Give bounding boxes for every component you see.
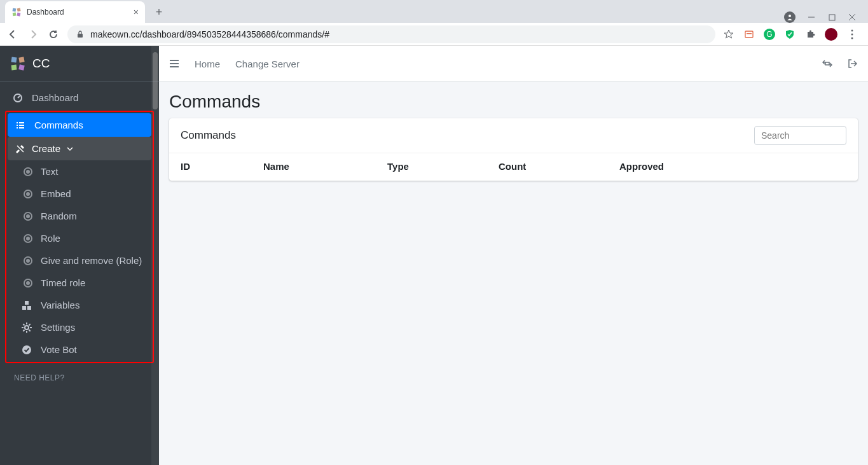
svg-line-39	[29, 324, 31, 325]
sidebar-label: Vote Bot	[41, 344, 77, 355]
logout-icon[interactable]	[848, 59, 858, 69]
th-approved: Approved	[619, 161, 715, 172]
sidebar-item-give-remove-role[interactable]: Give and remove (Role)	[11, 249, 151, 272]
close-window-icon[interactable]	[848, 13, 857, 22]
brand-name: CC	[32, 57, 50, 71]
svg-line-20	[18, 96, 20, 98]
adblock-shield-icon[interactable]	[784, 29, 796, 40]
card-header: Commands	[169, 118, 858, 153]
sidebar-item-create[interactable]: Create	[8, 137, 151, 160]
commands-card: Commands ID Name Type Count Approved	[169, 118, 858, 181]
window-controls	[773, 11, 868, 23]
tab-title: Dashboard	[27, 8, 64, 17]
sidebar-item-timed-role[interactable]: Timed role	[11, 272, 151, 294]
main-content: Home Change Server Commands Commands	[159, 46, 868, 465]
topbar-link-change-server[interactable]: Change Server	[235, 59, 300, 69]
sidebar-scrollbar[interactable]	[151, 46, 159, 465]
gear-icon	[22, 323, 34, 333]
browser-chrome: Dashboard × +	[0, 0, 868, 46]
sidebar-submenu-create: Text Embed Random Role Give and remove (…	[8, 160, 151, 361]
sidebar-item-dashboard[interactable]: Dashboard	[5, 86, 154, 109]
svg-rect-2	[13, 13, 17, 17]
svg-point-14	[851, 37, 853, 39]
bullet-icon	[22, 234, 34, 243]
account-icon[interactable]	[784, 11, 796, 23]
browser-tab[interactable]: Dashboard ×	[5, 1, 145, 23]
hamburger-icon[interactable]	[169, 59, 179, 69]
extension-generic-icon[interactable]	[743, 29, 755, 40]
sidebar-item-settings[interactable]: Settings	[11, 316, 151, 338]
brand[interactable]: CC	[0, 46, 159, 82]
brand-logo-icon	[10, 55, 26, 72]
sidebar-item-commands[interactable]: Commands	[8, 113, 151, 137]
sidebar-label: Random	[41, 211, 77, 221]
svg-line-38	[23, 330, 24, 331]
extensions-puzzle-icon[interactable]	[804, 29, 816, 40]
reload-icon[interactable]	[47, 28, 60, 41]
svg-rect-30	[27, 306, 31, 310]
forward-icon[interactable]	[27, 28, 39, 41]
sidebar-label: Dashboard	[32, 92, 78, 103]
sidebar-item-text[interactable]: Text	[11, 160, 151, 183]
topbar-right	[822, 59, 858, 69]
search-input[interactable]	[754, 126, 846, 145]
svg-point-12	[851, 29, 853, 31]
check-circle-icon	[22, 345, 34, 355]
list-icon	[15, 120, 28, 130]
new-tab-button[interactable]: +	[150, 3, 168, 21]
topbar: Home Change Server	[159, 46, 868, 82]
scrollbar-thumb[interactable]	[153, 52, 158, 109]
th-name: Name	[263, 161, 387, 172]
svg-rect-9	[78, 34, 83, 38]
sidebar-label: Settings	[41, 322, 75, 333]
profile-avatar-icon[interactable]	[825, 28, 837, 41]
sidebar-nav: Dashboard Commands Create	[0, 82, 159, 390]
sidebar-group-highlighted: Commands Create Text Embed Random Role	[5, 111, 154, 363]
svg-rect-16	[18, 57, 24, 62]
th-id: ID	[181, 161, 263, 172]
extension-icons: G	[723, 28, 862, 41]
svg-rect-0	[13, 8, 17, 12]
sidebar-item-variables[interactable]: Variables	[11, 294, 151, 316]
chrome-menu-icon[interactable]	[846, 29, 858, 40]
bullet-icon	[22, 212, 34, 221]
svg-line-37	[29, 330, 31, 331]
sidebar: CC Dashboard Commands	[0, 46, 159, 465]
grammarly-icon[interactable]: G	[764, 29, 775, 40]
sidebar-item-random[interactable]: Random	[11, 205, 151, 227]
sidebar-label: Role	[41, 233, 60, 244]
dashboard-icon	[13, 93, 25, 103]
tab-close-icon[interactable]: ×	[134, 7, 139, 17]
tools-icon	[15, 144, 25, 154]
sidebar-section-need-help: NEED HELP?	[5, 364, 154, 386]
bullet-icon	[22, 167, 34, 176]
maximize-icon[interactable]	[827, 13, 836, 22]
retweet-icon[interactable]	[822, 59, 832, 69]
lock-icon	[76, 31, 84, 38]
table-header-row: ID Name Type Count Approved	[169, 153, 858, 181]
app: CC Dashboard Commands	[0, 46, 868, 465]
svg-rect-18	[18, 64, 24, 70]
sidebar-item-role[interactable]: Role	[11, 227, 151, 249]
sidebar-label: Text	[41, 166, 59, 177]
bookmark-star-icon[interactable]	[723, 29, 734, 40]
sidebar-label: Commands	[34, 120, 83, 130]
minimize-icon[interactable]	[807, 13, 816, 22]
page-header: Commands	[159, 82, 868, 118]
th-count: Count	[499, 161, 619, 172]
svg-rect-15	[11, 57, 17, 62]
address-bar: makeown.cc/dashboard/894503528444358686/…	[0, 23, 868, 46]
topbar-link-home[interactable]: Home	[195, 59, 220, 69]
sidebar-label: Create	[32, 143, 60, 154]
favicon-icon	[11, 7, 22, 17]
url-input[interactable]: makeown.cc/dashboard/894503528444358686/…	[67, 25, 715, 43]
sidebar-item-embed[interactable]: Embed	[11, 183, 151, 205]
sidebar-label: Variables	[41, 300, 79, 310]
th-type: Type	[387, 161, 499, 172]
back-icon[interactable]	[6, 28, 19, 41]
tab-bar: Dashboard × +	[0, 0, 868, 23]
svg-rect-1	[17, 8, 21, 11]
bullet-icon	[22, 279, 34, 288]
card-title: Commands	[181, 129, 236, 142]
sidebar-item-vote-bot[interactable]: Vote Bot	[11, 338, 151, 361]
